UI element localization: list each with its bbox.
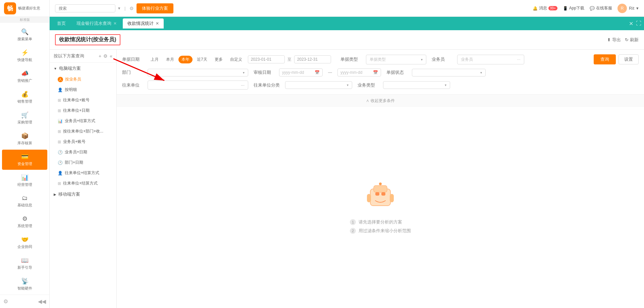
business-type-select[interactable]: ▾ bbox=[383, 81, 450, 89]
sidebar-item-marketing[interactable]: 📣 营销推广 bbox=[2, 66, 47, 87]
page-header-actions: ⬆ 导出 ↻ 刷新 bbox=[607, 37, 639, 43]
sidebar-item-quicknav[interactable]: ⚡ 快捷导航 bbox=[2, 46, 47, 66]
sidebar-item-basic[interactable]: 🗂 基础信息 bbox=[2, 191, 47, 211]
left-panel: 按以下方案查询 + ⚙ « ▼ 电脑端方案 bbox=[50, 50, 117, 308]
footer-collapse-button[interactable]: ◀◀ bbox=[38, 298, 46, 305]
topbar-search-dropdown[interactable]: ▾ bbox=[118, 6, 120, 11]
schema-item-counterpart-dept[interactable]: ⊞ 按往来单位+部门+收... bbox=[50, 126, 116, 137]
schema-group-mobile-title[interactable]: ▶ 移动端方案 bbox=[50, 189, 116, 200]
sidebar-item-enterprise[interactable]: 🤝 企业协同 bbox=[2, 233, 47, 253]
salesperson-more-icon: ··· bbox=[517, 57, 521, 62]
sidebar-item-system[interactable]: ⚙ 系统管理 bbox=[2, 212, 47, 232]
sidebar-item-inventory[interactable]: 📦 库存核算 bbox=[2, 129, 47, 149]
online-service-item[interactable]: 💬 在线客服 bbox=[590, 5, 612, 11]
settings-button[interactable]: 设置 bbox=[619, 54, 639, 64]
shortcut-last-month[interactable]: 上月 bbox=[148, 56, 162, 63]
shortcut-this-year[interactable]: 本年 bbox=[178, 56, 193, 63]
topbar-search-input[interactable] bbox=[55, 4, 115, 12]
counterpart-dots[interactable]: ··· bbox=[241, 83, 245, 88]
dept-select[interactable]: ▾ bbox=[148, 69, 248, 76]
topbar-settings-icon[interactable]: ⚙ bbox=[129, 6, 134, 11]
sidebar-item-guide[interactable]: 📖 新手引导 bbox=[2, 253, 47, 273]
refresh-icon: ↻ bbox=[625, 37, 629, 42]
dept-date-icon: 🕐 bbox=[58, 160, 63, 165]
schema-item-dept-date[interactable]: 🕐 部门+日期 bbox=[50, 157, 116, 168]
collapse-bar[interactable]: ∧ 收起更多条件 bbox=[117, 95, 644, 107]
sidebar-item-purchase[interactable]: 🛒 采购管理 bbox=[2, 108, 47, 128]
audit-date-to-input[interactable]: yyyy-mm-dd 📅 bbox=[337, 68, 381, 76]
sidebar-item-sales[interactable]: 💰 销售管理 bbox=[2, 87, 47, 107]
sidebar-nav: 🔍 搜索菜单 ⚡ 快捷导航 📣 营销推广 💰 销售管理 🛒 采购管理 📦 bbox=[0, 23, 49, 295]
schema-item-salesperson-date[interactable]: 🕐 业务员+日期 bbox=[50, 147, 116, 157]
tab-close-all[interactable]: ✕ bbox=[629, 20, 633, 27]
shortcut-last-7-days[interactable]: 近7天 bbox=[194, 56, 210, 63]
sidebar: 畅 畅捷通好生意 标准版 🔍 搜索菜单 ⚡ 快捷导航 📣 营销推广 💰 bbox=[0, 0, 50, 308]
svg-rect-3 bbox=[367, 194, 371, 202]
counterpart-date-icon: ⊞ bbox=[58, 108, 61, 113]
schema-settings-button[interactable]: ⚙ bbox=[103, 53, 108, 59]
audit-date-from-input[interactable]: yyyy-mm-dd 📅 bbox=[279, 68, 323, 76]
sidebar-item-finance[interactable]: 💳 资金管理 bbox=[2, 150, 47, 170]
date-from-input[interactable]: 2023-01-01 bbox=[248, 55, 285, 63]
query-button[interactable]: 查询 bbox=[594, 54, 616, 64]
refresh-button[interactable]: ↻ 刷新 bbox=[625, 37, 639, 43]
schema-item-by-salesperson[interactable]: 人 按业务员 bbox=[50, 74, 116, 85]
export-button[interactable]: ⬆ 导出 bbox=[607, 37, 621, 43]
schema-item-counterpart-settlement2[interactable]: ⊞ 往来单位+结算方式 bbox=[50, 178, 116, 189]
schema-item-salesperson-account[interactable]: ⊞ 业务员+账号 bbox=[50, 137, 116, 147]
shortcut-custom[interactable]: 自定义 bbox=[227, 56, 245, 63]
sidebar-item-operation[interactable]: 📊 经营管理 bbox=[2, 170, 47, 191]
enterprise-icon: 🤝 bbox=[21, 236, 29, 243]
tab-bank-flow[interactable]: 现金银行流水查询 ✕ bbox=[72, 18, 121, 29]
date-to-input[interactable]: 2023-12-31 bbox=[294, 55, 331, 63]
shortcut-more[interactable]: 更多 bbox=[212, 56, 226, 63]
basic-icon: 🗂 bbox=[22, 195, 28, 202]
collection-stats-tab-close[interactable]: ✕ bbox=[156, 21, 159, 26]
add-schema-button[interactable]: + bbox=[99, 53, 101, 59]
schema-item-counterpart-settlement1[interactable]: 👤 往来单位+结算方式 bbox=[50, 168, 116, 178]
download-icon: 📱 bbox=[563, 6, 568, 11]
empty-state: 1 请先选择要分析的方案 2 用过滤条件来缩小分析范围 bbox=[117, 107, 644, 308]
trial-btn[interactable]: 体验行业方案 bbox=[137, 3, 173, 13]
notification-item[interactable]: 🔔 消息 99+ bbox=[533, 5, 557, 11]
version-badge: 标准版 bbox=[0, 17, 49, 23]
sidebar-item-iot[interactable]: 📡 智能硬件 bbox=[2, 274, 47, 294]
sidebar-footer: ⚙ ◀◀ bbox=[0, 295, 49, 308]
schema-item-salesperson-settlement[interactable]: 📊 业务员+结算方式 bbox=[50, 116, 116, 126]
audit-date-separator: — bbox=[328, 70, 332, 75]
quicknav-icon: ⚡ bbox=[21, 49, 29, 56]
doc-type-select[interactable]: 单据类型 ▾ bbox=[366, 55, 426, 64]
schema-collapse-button[interactable]: « bbox=[110, 53, 112, 59]
service-icon: 💬 bbox=[590, 6, 595, 11]
user-dropdown-icon: ▾ bbox=[636, 6, 639, 11]
svg-rect-5 bbox=[375, 192, 379, 196]
tab-home[interactable]: 首页 bbox=[52, 18, 70, 29]
counterpart-input[interactable]: ··· bbox=[148, 81, 248, 90]
salesperson-settlement-icon: 📊 bbox=[58, 119, 63, 123]
schema-item-by-detail[interactable]: 👤 按明细 bbox=[50, 85, 116, 95]
salesperson-label: 业务员 bbox=[432, 56, 452, 62]
tab-collection-stats[interactable]: 收款情况统计 ✕ bbox=[123, 18, 164, 29]
footer-settings-button[interactable]: ⚙ bbox=[3, 298, 8, 305]
finance-icon: 💳 bbox=[21, 153, 29, 160]
sidebar-item-search[interactable]: 🔍 搜索菜单 bbox=[2, 25, 47, 45]
filter-actions: 查询 设置 bbox=[594, 54, 639, 64]
schema-item-counterpart-account[interactable]: ⊞ 往来单位+账号 bbox=[50, 95, 116, 105]
search-icon: 🔍 bbox=[21, 28, 29, 36]
user-avatar-area[interactable]: R Rit ▾ bbox=[618, 4, 639, 13]
bank-flow-tab-label: 现金银行流水查询 bbox=[76, 20, 111, 27]
schema-group-desktop-title[interactable]: ▼ 电脑端方案 bbox=[50, 63, 116, 74]
schema-item-counterpart-date[interactable]: ⊞ 往来单位+日期 bbox=[50, 105, 116, 116]
counterpart-dept-icon: ⊞ bbox=[58, 129, 61, 134]
shortcut-this-month[interactable]: 本月 bbox=[163, 56, 177, 63]
collection-stats-tab-label: 收款情况统计 bbox=[127, 20, 154, 27]
audit-date-label: 审核日期 bbox=[254, 69, 274, 75]
user-avatar: R bbox=[618, 4, 627, 13]
salesperson-select[interactable]: 业务员 ··· bbox=[457, 55, 524, 64]
doc-status-select[interactable]: ▾ bbox=[412, 69, 486, 76]
app-download-item[interactable]: 📱 App下载 bbox=[563, 5, 584, 11]
counterpart-category-select[interactable]: ▾ bbox=[285, 81, 352, 89]
tab-fullscreen[interactable]: ⛶ bbox=[636, 20, 641, 27]
system-icon: ⚙ bbox=[22, 215, 28, 222]
bank-flow-tab-close[interactable]: ✕ bbox=[113, 21, 117, 26]
